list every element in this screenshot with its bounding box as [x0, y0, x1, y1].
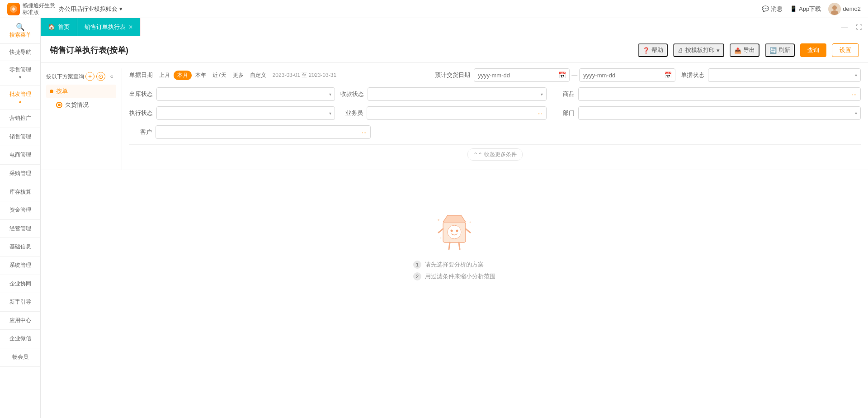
- sidebar-item-basic[interactable]: 基础信息: [0, 238, 40, 256]
- page-wrapper: 销售订单执行表(按单) ❓ 帮助 🖨 按模板打印 ▾ 📤: [41, 36, 868, 418]
- quick-date-this-month[interactable]: 本月: [174, 71, 192, 80]
- avatar: [828, 3, 841, 15]
- doc-status-select[interactable]: [708, 68, 861, 82]
- empty-state: 1 请先选择要分析的方案 2 用过滤条件来缩小分析范围: [41, 170, 868, 317]
- tab-home[interactable]: 🏠 首页: [41, 18, 77, 36]
- expected-date-start-wrap: 📅: [474, 68, 570, 82]
- tab-sales-exec-list[interactable]: 销售订单执行表 ✕: [77, 18, 141, 36]
- date-range-display: 2023-03-01 至 2023-03-31: [273, 71, 336, 79]
- svg-point-14: [440, 238, 442, 239]
- quick-date-this-year[interactable]: 本年: [193, 71, 209, 80]
- page-header-actions: ❓ 帮助 🖨 按模板打印 ▾ 📤 导出 🔄: [638, 43, 859, 57]
- svg-point-6: [451, 230, 453, 232]
- sidebar-item-member[interactable]: 畅会员: [0, 348, 40, 367]
- sidebar-quick-nav[interactable]: 快捷导航: [0, 44, 40, 61]
- refresh-btn[interactable]: 🔄 刷新: [765, 43, 795, 57]
- exec-status-select[interactable]: [156, 106, 335, 120]
- svg-point-13: [470, 222, 471, 223]
- logo-text: 畅捷通好生意 标准版: [23, 2, 55, 15]
- print-icon: 🖨: [678, 47, 684, 54]
- expected-date-end[interactable]: [579, 68, 675, 82]
- filter-row-1: 单据日期 上月 本月 本年 近7天 更多 自定义 2023-03-01 至 20…: [129, 68, 861, 82]
- solution-item-owed-goods[interactable]: 欠货情况: [46, 98, 116, 112]
- help-btn[interactable]: ❓ 帮助: [638, 43, 668, 57]
- solution-panel: 按以下方案查询 + ⊙ «: [41, 68, 122, 170]
- filter-row-4: 客户 ···: [129, 125, 861, 139]
- quick-date-more[interactable]: 更多: [230, 71, 246, 80]
- export-btn[interactable]: 📤 导出: [730, 43, 760, 57]
- expected-date-label: 预计交货日期: [435, 71, 470, 79]
- sidebar-item-newbie[interactable]: 新手引导: [0, 293, 40, 312]
- quick-date-custom[interactable]: 自定义: [247, 71, 269, 80]
- quick-date-7days[interactable]: 近7天: [210, 71, 229, 80]
- expected-date-range: 📅 — 📅: [474, 68, 675, 82]
- app-download-btn[interactable]: 📱 App下载: [790, 5, 821, 13]
- collapse-filter-btn[interactable]: ⌃⌃ 收起更多条件: [467, 148, 523, 161]
- sidebar-item-finance[interactable]: 资金管理: [0, 201, 40, 220]
- ellipsis-icon: ···: [362, 129, 367, 136]
- date-label: 单据日期: [129, 71, 153, 79]
- sidebar-item-app-center[interactable]: 应用中心: [0, 312, 40, 330]
- chevron-down-icon: ▾: [119, 5, 123, 12]
- chevron-down-icon: ▾: [19, 75, 21, 80]
- query-btn[interactable]: 查询: [800, 43, 826, 57]
- empty-tips: 1 请先选择要分析的方案 2 用过滤条件来缩小分析范围: [413, 261, 495, 280]
- goods-input[interactable]: ···: [578, 87, 861, 101]
- salesperson-input[interactable]: ···: [367, 106, 546, 120]
- customer-input[interactable]: ···: [156, 125, 371, 139]
- empty-tip-1: 1 请先选择要分析的方案: [413, 261, 495, 269]
- header-right: 💬 消息 📱 App下载 demo2: [762, 3, 861, 15]
- tab-minimize-btn[interactable]: —: [839, 22, 850, 33]
- collapse-solution-btn[interactable]: «: [107, 72, 116, 81]
- sidebar-item-sales[interactable]: 销售管理: [0, 128, 40, 147]
- solution-item-by-order[interactable]: 按单: [46, 85, 116, 98]
- ellipsis-icon: ···: [852, 91, 857, 98]
- chevron-up-icon: ▴: [19, 99, 21, 104]
- edit-solution-btn[interactable]: ⊙: [96, 72, 105, 81]
- tab-close-icon[interactable]: ✕: [128, 24, 133, 30]
- svg-point-3: [831, 10, 838, 15]
- exec-status-select-wrapper: ▾: [156, 106, 335, 120]
- solution-subdot-icon: [56, 102, 62, 108]
- dept-select[interactable]: [578, 106, 861, 120]
- sidebar-item-inventory[interactable]: 库存核算: [0, 183, 40, 202]
- top-header: 畅捷通好生意 标准版 办公用品行业模拟账套 ▾ 💬 消息 📱 App下载: [0, 0, 868, 18]
- help-icon: ❓: [642, 47, 650, 54]
- circle-icon: ⊙: [98, 73, 104, 80]
- tab-maximize-btn[interactable]: ⛶: [854, 22, 864, 33]
- tab-bar: 🏠 首页 销售订单执行表 ✕ — ⛶: [41, 18, 868, 36]
- sidebar-item-cooperation[interactable]: 企业协同: [0, 275, 40, 294]
- sidebar-item-ecommerce[interactable]: 电商管理: [0, 146, 40, 165]
- refresh-icon: 🔄: [769, 47, 777, 54]
- message-btn[interactable]: 💬 消息: [762, 5, 783, 13]
- sidebar-search[interactable]: 🔍 搜索菜单: [0, 18, 40, 44]
- settings-btn[interactable]: 设置: [832, 43, 859, 57]
- sidebar-item-procurement[interactable]: 采购管理: [0, 165, 40, 183]
- sidebar-item-system[interactable]: 系统管理: [0, 256, 40, 275]
- sidebar-item-enterprise-wx[interactable]: 企业微信: [0, 330, 40, 348]
- payment-status-select[interactable]: [368, 87, 546, 101]
- filter-row-3: 执行状态 ▾ 业务员: [129, 106, 861, 120]
- filter-layout: 按以下方案查询 + ⊙ «: [41, 63, 868, 170]
- add-solution-btn[interactable]: +: [85, 72, 94, 81]
- sidebar-item-marketing[interactable]: 营销推广: [0, 109, 40, 128]
- filter-row-2: 出库状态 ▾ 收款状态: [129, 87, 861, 101]
- app-selector[interactable]: 办公用品行业模拟账套 ▾: [59, 5, 123, 13]
- page-header: 销售订单执行表(按单) ❓ 帮助 🖨 按模板打印 ▾ 📤: [41, 36, 868, 63]
- doc-status-label: 单据状态: [681, 71, 704, 79]
- sidebar-item-retail[interactable]: 零售管理 ▾: [0, 61, 40, 86]
- svg-point-12: [438, 219, 439, 221]
- svg-point-5: [448, 225, 461, 239]
- user-menu-btn[interactable]: demo2: [828, 3, 861, 15]
- doc-status-select-wrapper: ▾: [708, 68, 861, 82]
- shipping-status-select[interactable]: [156, 87, 335, 101]
- quick-date-last-month[interactable]: 上月: [156, 71, 173, 80]
- sidebar-item-wholesale[interactable]: 批发管理 ▴: [0, 86, 40, 110]
- sidebar-item-operations[interactable]: 经营管理: [0, 220, 40, 238]
- svg-line-9: [466, 229, 470, 233]
- export-icon: 📤: [734, 47, 741, 54]
- print-template-btn[interactable]: 🖨 按模板打印 ▾: [673, 43, 724, 57]
- expected-date-start[interactable]: [474, 68, 570, 82]
- ellipsis-icon: ···: [538, 110, 542, 117]
- home-icon: 🏠: [48, 24, 55, 30]
